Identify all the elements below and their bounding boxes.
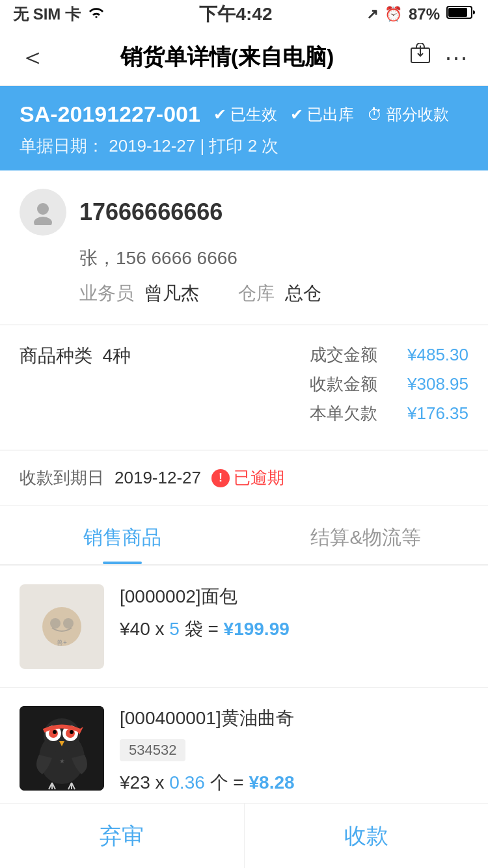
- product-qty-2: 0.36: [169, 772, 205, 793]
- svg-point-16: [53, 730, 57, 734]
- order-date-row: 单据日期： 2019-12-27 | 打印 2 次: [20, 135, 468, 157]
- customer-meta: 业务员 曾凡杰 仓库 总仓: [20, 281, 468, 306]
- clock-icon: ⏱: [367, 105, 383, 124]
- status-right: ↗ ⏰ 87%: [366, 5, 475, 23]
- financial-stats: 成交金额 ¥485.30 收款金额 ¥308.95 本单欠款 ¥176.35: [310, 344, 468, 431]
- order-id-row: SA-20191227-001 ✔ 已生效 ✔ 已出库 ⏱ 部分收款: [20, 102, 468, 127]
- tab-settlement[interactable]: 结算&物流等: [244, 506, 488, 564]
- avatar: [20, 189, 66, 236]
- product-info-1: [0000002]面包 ¥40 x 5 袋 = ¥199.99: [120, 584, 468, 642]
- product-total-2: ¥8.28: [249, 772, 294, 793]
- debt-value: ¥176.35: [390, 403, 468, 424]
- svg-point-6: [50, 618, 61, 629]
- cancel-review-button[interactable]: 弃审: [0, 804, 245, 868]
- customer-section: 17666666666 张，156 6666 6666 业务员 曾凡杰 仓库 总…: [0, 170, 488, 324]
- check-icon-2: ✔: [290, 105, 303, 124]
- product-type: 商品种类 4种: [20, 344, 131, 368]
- nav-actions: ···: [409, 43, 468, 72]
- more-icon[interactable]: ···: [445, 44, 468, 71]
- svg-point-4: [34, 217, 52, 225]
- product-thumbnail-2: ★: [20, 706, 104, 791]
- product-type-value: 4种: [103, 346, 131, 366]
- badge-shipped: ✔ 已出库: [290, 104, 354, 125]
- customer-row: 17666666666: [20, 189, 468, 236]
- customer-phone: 17666666666: [79, 198, 223, 226]
- svg-point-17: [70, 730, 74, 734]
- product-total-1: ¥199.99: [224, 619, 290, 639]
- svg-text:★: ★: [59, 757, 65, 765]
- status-time: 下午4:42: [199, 2, 272, 27]
- check-icon-1: ✔: [213, 105, 226, 124]
- stats-section: 商品种类 4种 成交金额 ¥485.30 收款金额 ¥308.95 本单欠款 ¥…: [0, 325, 488, 450]
- confirm-payment-button[interactable]: 收款: [245, 804, 489, 868]
- bottom-bar: 弃审 收款: [0, 803, 488, 868]
- warehouse-label: 仓库: [238, 283, 275, 303]
- alarm-icon: ⏰: [385, 6, 402, 23]
- share-icon[interactable]: [409, 43, 432, 72]
- debt-row: 本单欠款 ¥176.35: [310, 402, 468, 425]
- back-button[interactable]: ＜: [20, 39, 46, 75]
- order-header: SA-20191227-001 ✔ 已生效 ✔ 已出库 ⏱ 部分收款 单据日期：…: [0, 86, 488, 170]
- product-info-2: [000400001]黄油曲奇 534532 ¥23 x 0.36 个 = ¥8…: [120, 706, 468, 795]
- product-qty-1: 5: [169, 619, 180, 639]
- overdue-badge: ! 已逾期: [211, 467, 284, 489]
- customer-detail: 张，156 6666 6666: [20, 246, 468, 271]
- warehouse-value: 总仓: [285, 283, 321, 303]
- sales-info: 业务员 曾凡杰: [79, 281, 199, 306]
- received-row: 收款金额 ¥308.95: [310, 373, 468, 396]
- battery-icon: [446, 5, 475, 23]
- svg-rect-1: [448, 8, 467, 17]
- tabs-section: 销售商品 结算&物流等: [0, 506, 488, 565]
- status-left: 无 SIM 卡: [13, 4, 105, 25]
- trading-amount-row: 成交金额 ¥485.30: [310, 344, 468, 366]
- trading-amount-label: 成交金额: [310, 344, 377, 366]
- due-date-label: 收款到期日: [20, 467, 104, 489]
- order-id: SA-20191227-001: [20, 102, 200, 127]
- product-price-1: ¥40 x 5 袋 = ¥199.99: [120, 617, 468, 642]
- svg-text:兽+: 兽+: [57, 639, 67, 646]
- products-list: 兽+ [0000002]面包 ¥40 x 5 袋 = ¥199.99: [0, 566, 488, 814]
- sales-person: 曾凡杰: [144, 283, 199, 303]
- product-price-2: ¥23 x 0.36 个 = ¥8.28: [120, 770, 468, 795]
- badge-partial-payment: ⏱ 部分收款: [367, 104, 449, 125]
- sales-label: 业务员: [79, 283, 134, 303]
- nav-bar: ＜ 销货单详情(来自电脑) ···: [0, 29, 488, 86]
- product-name-1: [0000002]面包: [120, 584, 468, 609]
- page-title: 销货单详情(来自电脑): [120, 42, 334, 72]
- svg-point-7: [63, 618, 74, 629]
- product-type-label: 商品种类: [20, 346, 92, 366]
- trading-amount-value: ¥485.30: [390, 345, 468, 365]
- due-date-value: 2019-12-27: [115, 468, 201, 488]
- warehouse-info: 仓库 总仓: [238, 281, 321, 306]
- due-date-section: 收款到期日 2019-12-27 ! 已逾期: [0, 451, 488, 505]
- product-name-2: [000400001]黄油曲奇: [120, 706, 468, 731]
- overdue-icon: !: [211, 469, 230, 487]
- status-bar: 无 SIM 卡 下午4:42 ↗ ⏰ 87%: [0, 0, 488, 29]
- product-item: 兽+ [0000002]面包 ¥40 x 5 袋 = ¥199.99: [0, 566, 488, 688]
- received-value: ¥308.95: [390, 374, 468, 394]
- location-icon: ↗: [366, 6, 378, 23]
- wifi-icon: [87, 5, 105, 23]
- tab-products[interactable]: 销售商品: [0, 506, 244, 564]
- product-tag-2: 534532: [120, 739, 185, 761]
- svg-point-3: [37, 203, 49, 215]
- product-thumbnail-1: 兽+: [20, 584, 104, 669]
- product-item-2: ★ [000400001]黄油曲奇 534532 ¥23 x 0.36 个 = …: [0, 688, 488, 814]
- battery-text: 87%: [409, 5, 440, 23]
- overdue-text: 已逾期: [234, 467, 284, 489]
- received-label: 收款金额: [310, 373, 377, 396]
- debt-label: 本单欠款: [310, 402, 377, 425]
- carrier-text: 无 SIM 卡: [13, 4, 81, 25]
- badge-effective: ✔ 已生效: [213, 104, 277, 125]
